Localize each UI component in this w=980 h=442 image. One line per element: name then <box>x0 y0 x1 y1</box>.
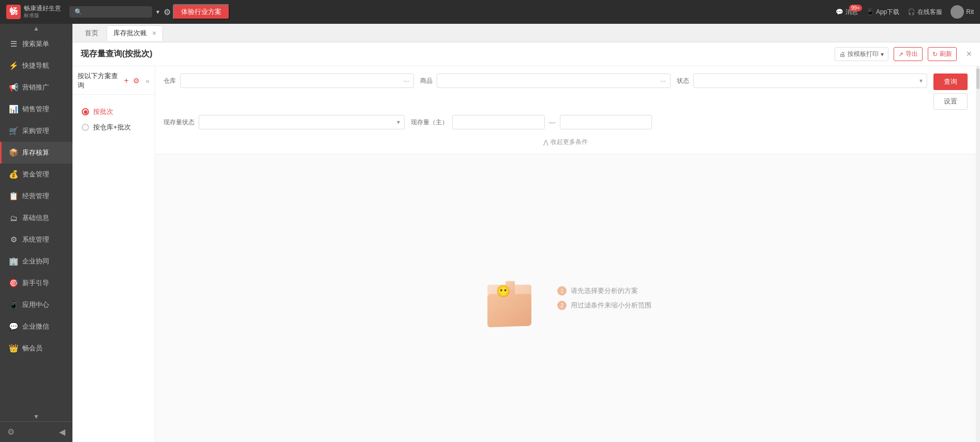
sidebar-item-label: 系统管理 <box>22 235 49 244</box>
user-name: Rit <box>966 8 974 16</box>
tip-2-num: 2 <box>557 301 567 310</box>
sidebar-item-sales[interactable]: 📊 销售管理 <box>0 98 72 120</box>
topbar-settings-icon[interactable]: ⚙ <box>164 7 171 17</box>
sidebar-item-label: 搜索菜单 <box>22 39 49 49</box>
topbar: 畅 畅康通好生意 标准版 🔍 ▾ ⚙ 体验行业方案 💬 消息 99+ 📱 App… <box>0 0 980 24</box>
sidebar-item-wechat[interactable]: 💬 企业微信 <box>0 316 72 337</box>
sidebar-item-label: 畅会员 <box>22 344 42 353</box>
topbar-dropdown[interactable]: ▾ <box>154 8 161 16</box>
collapse-button[interactable]: ⋀ 收起更多条件 <box>543 138 588 146</box>
status-label: 状态 <box>677 77 689 85</box>
right-scrollbar[interactable] <box>976 66 980 442</box>
stock-status-input[interactable]: ▾ <box>199 115 405 129</box>
sidebar-item-system[interactable]: ⚙ 系统管理 <box>0 229 72 251</box>
sidebar-item-operations[interactable]: 📋 经营管理 <box>0 185 72 207</box>
scheme-settings-icon[interactable]: ⚙ <box>133 77 140 85</box>
tab-inventory-batch[interactable]: 库存批次账 × <box>107 25 163 41</box>
message-button[interactable]: 💬 消息 99+ <box>836 8 858 17</box>
trial-button[interactable]: 体验行业方案 <box>173 4 230 20</box>
warehouse-dots[interactable]: ··· <box>403 77 409 85</box>
sidebar-settings-icon[interactable]: ⚙ <box>7 427 14 437</box>
collapse-row: ⋀ 收起更多条件 <box>164 134 968 146</box>
sidebar-item-label: 营销推广 <box>22 83 49 92</box>
sidebar-item-marketing[interactable]: 📢 营销推广 <box>0 77 72 98</box>
sidebar-item-purchase[interactable]: 🛒 采购管理 <box>0 120 72 142</box>
tab-home[interactable]: 首页 <box>79 25 105 41</box>
stock-amount-to[interactable] <box>560 115 652 129</box>
sidebar-item-finance[interactable]: 💰 资金管理 <box>0 164 72 185</box>
status-input[interactable]: ▾ <box>693 73 927 88</box>
warehouse-field: 仓库 ··· <box>164 73 414 88</box>
scheme-radio-dot <box>84 110 87 114</box>
logo: 畅 畅康通好生意 标准版 <box>6 5 61 19</box>
sidebar-item-basic[interactable]: 🗂 基础信息 <box>0 207 72 229</box>
query-settings: 查询 设置 <box>933 73 968 110</box>
filter-row-1: 仓库 ··· 商品 ··· <box>164 73 968 110</box>
scheme-item-warehouse-batch[interactable]: 按仓库+批次 <box>78 121 150 134</box>
sidebar-collapse-icon[interactable]: ◀ <box>59 427 65 437</box>
sidebar-item-label: 企业协同 <box>22 257 49 266</box>
tab-close-icon[interactable]: × <box>152 29 156 37</box>
sidebar-item-enterprise[interactable]: 🏢 企业协同 <box>0 251 72 272</box>
customer-service-button[interactable]: 🎧 在线客服 <box>908 8 942 17</box>
app-label: App下载 <box>876 8 899 17</box>
stock-amount-from[interactable] <box>452 115 545 129</box>
sidebar-item-label: 新手引导 <box>22 278 49 288</box>
member-icon: 👑 <box>9 344 18 353</box>
scheme-collapse-icon[interactable]: « <box>146 77 150 85</box>
app-icon: 📱 <box>866 8 874 16</box>
sidebar-item-apps[interactable]: 📱 应用中心 <box>0 294 72 316</box>
page-close-button[interactable]: × <box>966 49 972 60</box>
logo-text-block: 畅康通好生意 标准版 <box>24 5 61 19</box>
filter-fields: 仓库 ··· 商品 ··· <box>155 66 976 154</box>
app-download-button[interactable]: 📱 App下载 <box>866 8 899 17</box>
export-button[interactable]: ↗ 导出 <box>894 47 923 61</box>
warehouse-input[interactable]: ··· <box>180 73 414 88</box>
message-icon: 💬 <box>836 8 843 16</box>
stock-amount-label: 现存量（主） <box>411 118 448 127</box>
active-tab-label: 库存批次账 <box>113 28 147 38</box>
sidebar-item-quick-nav[interactable]: ⚡ 快捷导航 <box>0 55 72 77</box>
sidebar-item-label: 库存核算 <box>22 148 49 157</box>
status-dropdown-icon: ▾ <box>919 77 923 84</box>
marketing-icon: 📢 <box>9 83 18 92</box>
empty-illustration: 😶 <box>480 267 542 329</box>
product-input[interactable]: ··· <box>437 73 671 88</box>
topbar-search[interactable]: 🔍 <box>69 6 152 18</box>
add-scheme-icon[interactable]: + <box>124 76 128 85</box>
sidebar-bottom: ⚙ ◀ <box>0 421 72 442</box>
refresh-label: 刷新 <box>940 50 952 58</box>
system-icon: ⚙ <box>9 235 18 244</box>
print-button[interactable]: 🖨 按模板打印 ▾ <box>835 47 888 61</box>
right-content: 仓库 ··· 商品 ··· <box>155 66 976 442</box>
product-dots[interactable]: ··· <box>660 77 666 85</box>
sidebar-items: ☰ 搜索菜单 ⚡ 快捷导航 📢 营销推广 📊 销售管理 🛒 采购管理 📦 库 <box>0 33 72 412</box>
settings-button[interactable]: 设置 <box>933 93 968 110</box>
refresh-button[interactable]: ↻ 刷新 <box>928 47 957 61</box>
main-layout: ▲ ☰ 搜索菜单 ⚡ 快捷导航 📢 营销推广 📊 销售管理 🛒 采购管理 <box>0 24 980 442</box>
tip-1-num: 1 <box>557 286 567 296</box>
user-avatar[interactable]: Rit <box>951 5 974 19</box>
sidebar-item-search[interactable]: ☰ 搜索菜单 <box>0 33 72 55</box>
print-icon: 🖨 <box>839 51 845 58</box>
page-title: 现存量查询(按批次) <box>81 49 835 60</box>
sidebar-scroll-down[interactable]: ▼ <box>0 412 72 421</box>
print-label: 按模板打印 <box>848 50 879 58</box>
operations-icon: 📋 <box>9 191 18 201</box>
tab-bar: 首页 库存批次账 × <box>72 24 980 42</box>
sidebar-item-guide[interactable]: 🎯 新手引导 <box>0 272 72 294</box>
empty-tips: 1 请先选择要分析的方案 2 用过滤条件来缩小分析范围 <box>557 286 651 310</box>
scheme-item-batch[interactable]: 按批次 <box>78 105 150 119</box>
sidebar-item-inventory[interactable]: 📦 库存核算 <box>0 142 72 164</box>
collapse-label: 收起更多条件 <box>551 138 588 146</box>
sidebar-item-member[interactable]: 👑 畅会员 <box>0 337 72 359</box>
query-button[interactable]: 查询 <box>933 73 968 90</box>
purchase-icon: 🛒 <box>9 126 18 136</box>
inventory-icon: 📦 <box>9 148 18 157</box>
stock-amount-field: 现存量（主） — <box>411 115 652 129</box>
message-badge: 99+ <box>849 5 862 11</box>
sidebar-item-label: 基础信息 <box>22 213 49 223</box>
enterprise-icon: 🏢 <box>9 257 18 266</box>
logo-icon: 畅 <box>6 5 21 19</box>
sidebar-scroll-up[interactable]: ▲ <box>0 24 72 33</box>
